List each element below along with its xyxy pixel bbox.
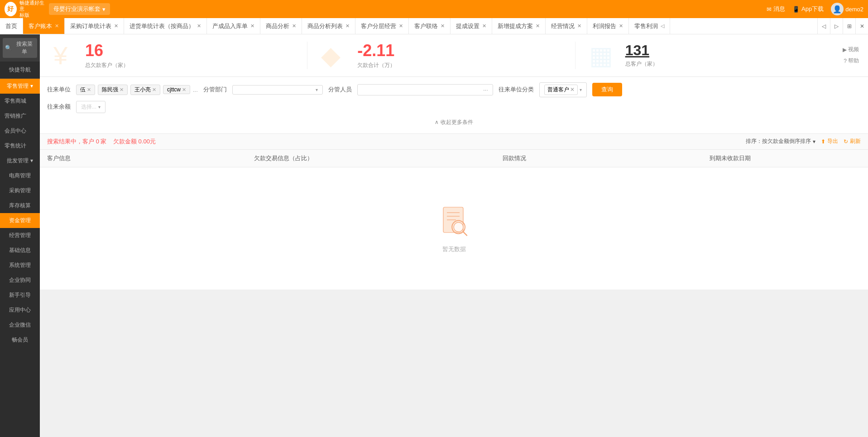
help-link[interactable]: ? 帮助 [844, 57, 859, 65]
tab-close-icon[interactable]: ◁ [661, 23, 664, 29]
remove-tag-cjttcw[interactable]: ✕ [182, 87, 186, 93]
tab-product-analysis[interactable]: 商品分析 ✕ [260, 18, 302, 34]
sort-selector[interactable]: 排序：按欠款金额倒序排序 ▾ [746, 138, 815, 145]
export-icon: ⬆ [821, 138, 825, 145]
sidebar-item-marketing[interactable]: 营销推广 [0, 109, 40, 124]
sidebar-item-inventory[interactable]: 库存核算 [0, 198, 40, 213]
sidebar-item-app-center[interactable]: 应用中心 [0, 303, 40, 318]
video-link[interactable]: ▶ 视频 [843, 46, 859, 53]
tab-commission-settings[interactable]: 提成设置 ✕ [451, 18, 492, 34]
results-actions: 排序：按欠款金额倒序排序 ▾ ⬆ 导出 ↻ 刷新 [746, 138, 861, 145]
tab-operations[interactable]: 经营情况 ✕ [546, 18, 587, 34]
customer-bg-icon: ¥ [53, 41, 67, 70]
sidebar-item-operations-mgmt[interactable]: 经营管理 [0, 228, 40, 243]
filter-dept-dropdown[interactable]: ▾ [232, 85, 323, 95]
sidebar-item-quick-nav[interactable]: 快捷导航 [0, 62, 40, 79]
remove-tag-wu[interactable]: ✕ [87, 87, 91, 93]
sidebar-item-wholesale[interactable]: 批发管理 ▾ [0, 153, 40, 168]
debt-bg-icon: ◆ [321, 41, 340, 70]
tab-close-icon[interactable]: ✕ [482, 23, 486, 29]
tab-product-inbound[interactable]: 产成品入库单 ✕ [207, 18, 260, 34]
sidebar-item-finance[interactable]: 资金管理 [0, 213, 40, 228]
sidebar-item-retail-mall[interactable]: 零售商城 [0, 94, 40, 109]
tab-close-icon[interactable]: ✕ [114, 23, 118, 29]
table-header-row: 客户信息 欠款交易信息（占比） 回款情况 到期未收款日期 [40, 150, 868, 167]
tab-prev-button[interactable]: ◁ [817, 18, 830, 34]
remove-tag-chen[interactable]: ✕ [120, 87, 124, 93]
user-menu[interactable]: 👤 demo2 [831, 3, 863, 15]
tab-retail-profit[interactable]: 零售利润 ◁ [629, 18, 670, 34]
collapse-icon: ∧ [435, 119, 439, 125]
col-debt-info: 欠款交易信息（占比） [247, 150, 495, 167]
sidebar-item-enterprise-wechat[interactable]: 企业微信 [0, 318, 40, 332]
tab-close-icon[interactable]: ✕ [441, 23, 445, 29]
filter-dept-label: 分管部门 [203, 86, 227, 94]
stat-number-total: 131 [625, 43, 649, 58]
tab-product-analysis-list[interactable]: 商品分析列表 ✕ [302, 18, 355, 34]
sidebar-item-vip[interactable]: 畅会员 [0, 332, 40, 347]
sort-chevron-icon: ▾ [813, 138, 815, 145]
tab-close-icon[interactable]: ✕ [345, 23, 350, 29]
tab-close-icon[interactable]: ✕ [536, 23, 540, 29]
tab-expand-button[interactable]: ⊞ [843, 18, 855, 34]
message-icon: ✉ [767, 6, 772, 13]
sidebar-item-system[interactable]: 系统管理 [0, 258, 40, 273]
sort-label: 排序：按欠款金额倒序排序 [746, 138, 811, 145]
results-bar: 搜索结果中，客户 0 家 欠款金额 0.00元 排序：按欠款金额倒序排序 ▾ ⬆… [40, 134, 868, 150]
tab-customer-account[interactable]: 客户账本 ✕ [23, 18, 65, 34]
sidebar-item-retail-stats[interactable]: 零售统计 [0, 138, 40, 153]
filter-person-label: 分管人员 [328, 86, 352, 94]
remove-classification-icon[interactable]: ✕ [570, 86, 575, 93]
sidebar-item-basic-info[interactable]: 基础信息 [0, 243, 40, 258]
tab-new-commission[interactable]: 新增提成方案 ✕ [492, 18, 546, 34]
tab-purchase-order[interactable]: 采购订单统计表 ✕ [65, 18, 124, 34]
tab-close-icon[interactable]: ✕ [577, 23, 581, 29]
query-button[interactable]: 查询 [592, 83, 622, 96]
stats-bar: ¥ 16 总欠款客户（家） ◆ -2.11 欠款合计（万） ▦ 131 总客户（… [40, 34, 868, 77]
sidebar-item-purchase[interactable]: 采购管理 [0, 183, 40, 198]
content-area: ¥ 16 总欠款客户（家） ◆ -2.11 欠款合计（万） ▦ 131 总客户（… [40, 34, 868, 437]
tab-close-icon[interactable]: ✕ [399, 23, 403, 29]
filter-row-1: 往来单位 伍 ✕ 陈民强 ✕ 王小亮 ✕ cjttcw [47, 82, 861, 97]
remove-tag-wang[interactable]: ✕ [152, 87, 156, 93]
filter-person-input[interactable]: ··· [357, 84, 493, 95]
export-button[interactable]: ⬆ 导出 [821, 138, 838, 145]
avatar: 👤 [831, 3, 844, 15]
filter-balance-select[interactable]: 选择... ▾ [76, 101, 106, 113]
tab-close-icon[interactable]: ✕ [619, 23, 623, 29]
chevron-right-icon: ▾ [30, 83, 33, 89]
sidebar-item-enterprise[interactable]: 企业协同 [0, 273, 40, 288]
col-customer-info: 客户信息 [40, 150, 247, 167]
app-download-button[interactable]: 📱 App下载 [792, 5, 824, 13]
svg-point-5 [454, 222, 463, 232]
filter-more-tags[interactable]: ... [193, 86, 198, 93]
stat-card-total: ▦ 131 总客户（家） [575, 43, 843, 68]
filter-classification-area[interactable]: 普通客户 ✕ ▾ [539, 82, 587, 97]
svg-line-6 [463, 231, 467, 235]
refresh-button[interactable]: ↻ 刷新 [844, 138, 861, 145]
tab-home[interactable]: 首页 [0, 18, 23, 34]
sidebar-item-member-center[interactable]: 会员中心 [0, 124, 40, 138]
tab-close-icon[interactable]: ✕ [55, 23, 59, 29]
tab-incoming-stats[interactable]: 进货单统计表（按商品） ✕ [124, 18, 207, 34]
messages-button[interactable]: ✉ 消息 [767, 5, 785, 13]
stat-card-customers: ¥ 16 总欠款客户（家） [49, 42, 307, 69]
stat-card-debt: ◆ -2.11 欠款合计（万） [307, 42, 575, 69]
sidebar-item-ecommerce[interactable]: 电商管理 [0, 168, 40, 183]
tab-close-icon[interactable]: ✕ [197, 23, 201, 29]
stat-number-debt: -2.11 [357, 42, 394, 60]
tab-close-all-button[interactable]: ✕ [855, 18, 868, 34]
tab-customer-tier[interactable]: 客户分层经营 ✕ [355, 18, 409, 34]
tab-close-icon[interactable]: ✕ [292, 23, 296, 29]
search-menu-button[interactable]: 🔍 搜索菜单 [3, 38, 37, 58]
sidebar-item-new-guide[interactable]: 新手引导 [0, 288, 40, 303]
tab-profit-report[interactable]: 利润报告 ✕ [587, 18, 629, 34]
tab-next-button[interactable]: ▷ [830, 18, 843, 34]
sidebar-item-retail[interactable]: 零售管理 ▾ [0, 79, 40, 94]
tab-close-icon[interactable]: ✕ [250, 23, 254, 29]
filter-unit-label: 往来单位 [47, 86, 71, 94]
download-icon: 📱 [792, 6, 800, 13]
tab-customer-contact[interactable]: 客户联络 ✕ [409, 18, 451, 34]
collapse-button[interactable]: ∧ 收起更多条件 [435, 117, 473, 128]
industry-selector[interactable]: 母婴行业演示帐套 ▾ [49, 3, 110, 15]
